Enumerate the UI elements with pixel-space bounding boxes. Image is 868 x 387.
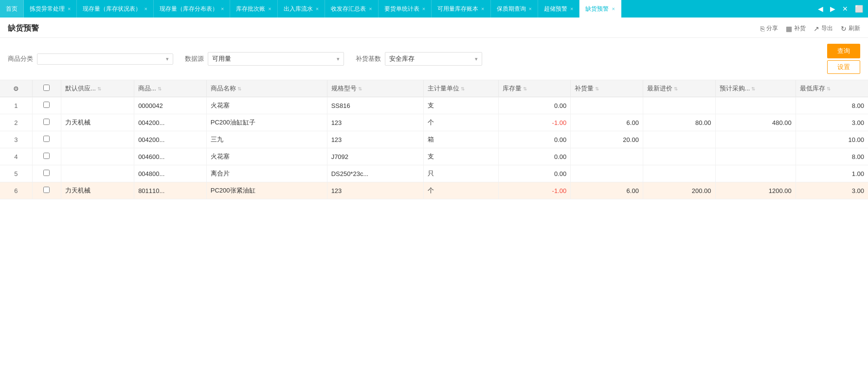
tab-close-shortage[interactable]: × <box>612 6 615 12</box>
gear-icon: ⚙ <box>13 85 19 92</box>
data-table: ⚙ 默认供应... ⇅ 商品... ⇅ <box>0 80 868 199</box>
row-spec: SS816 <box>327 97 423 114</box>
row-stock: -1.00 <box>498 182 571 199</box>
row-checkbox-cell <box>32 165 61 182</box>
tab-close-recv-summary[interactable]: × <box>369 6 372 12</box>
th-gear[interactable]: ⚙ <box>0 80 32 97</box>
replenish-button[interactable]: ▦ 补货 <box>786 24 806 33</box>
tab-close-batch-account[interactable]: × <box>268 6 271 12</box>
refresh-button[interactable]: ↻ 刷新 <box>841 24 860 33</box>
export-button[interactable]: ↗ 导出 <box>814 24 833 33</box>
table-row: 6 力天机械 801110... PC200张紧油缸 123 个 -1.00 6… <box>0 182 868 199</box>
tab-recv-summary[interactable]: 收发存汇总表 × <box>325 0 378 18</box>
th-replenish[interactable]: 补货量 ⇅ <box>571 80 643 97</box>
filter-category-group: 商品分类 ▾ <box>8 53 173 65</box>
tab-close-inventory-status[interactable]: × <box>144 6 147 12</box>
datasource-select[interactable]: 可用量 ▾ <box>208 52 344 66</box>
latest-price-sort-icon: ⇅ <box>674 86 678 91</box>
row-product-name: PC200张紧油缸 <box>206 182 327 199</box>
replenish-base-select[interactable]: 安全库存 ▾ <box>385 52 482 66</box>
row-checkbox[interactable] <box>43 102 50 108</box>
replenish-base-label: 补货基数 <box>356 54 381 63</box>
settings-button[interactable]: 设置 <box>827 60 860 74</box>
row-product-code: 0000042 <box>134 97 207 114</box>
row-replenish: 6.00 <box>571 114 643 131</box>
table-container: ⚙ 默认供应... ⇅ 商品... ⇅ <box>0 80 868 199</box>
category-select[interactable]: ▾ <box>37 53 173 65</box>
tab-close-expiry-query[interactable]: × <box>529 6 532 12</box>
th-min-stock[interactable]: 最低库存 ⇅ <box>796 80 868 97</box>
refresh-icon: ↻ <box>841 25 847 33</box>
filter-actions: 查询 设置 <box>827 44 860 74</box>
product-code-sort-icon: ⇅ <box>158 86 162 91</box>
tab-close-overstock[interactable]: × <box>570 6 573 12</box>
tab-close-available-ledger[interactable]: × <box>481 6 484 12</box>
tab-close-inventory-dist[interactable]: × <box>221 6 224 12</box>
datasource-value: 可用量 <box>212 54 231 63</box>
tab-close-all-btn[interactable]: ✕ <box>839 4 851 14</box>
row-product-code: 004600... <box>134 148 207 165</box>
th-product-name[interactable]: 商品名称 ⇅ <box>206 80 327 97</box>
row-latest-price <box>643 165 715 182</box>
tab-navigation: ◀ ▶ ✕ ⬜ <box>815 4 868 14</box>
query-button[interactable]: 查询 <box>827 44 860 58</box>
th-product-code[interactable]: 商品... ⇅ <box>134 80 207 97</box>
th-latest-price[interactable]: 最新进价 ⇅ <box>643 80 715 97</box>
row-est-purchase <box>715 131 796 148</box>
tab-requisition-stat[interactable]: 要货单统计表 × <box>379 0 432 18</box>
table-header-row: ⚙ 默认供应... ⇅ 商品... ⇅ <box>0 80 868 97</box>
row-supplier <box>61 148 134 165</box>
row-latest-price <box>643 148 715 165</box>
select-all-checkbox[interactable] <box>43 85 50 91</box>
tab-close-requisition-stat[interactable]: × <box>422 6 425 12</box>
tab-next-btn[interactable]: ▶ <box>827 4 838 14</box>
tab-abnormal[interactable]: 拣货异常处理 × <box>24 0 77 18</box>
row-checkbox[interactable] <box>43 136 50 142</box>
tab-expiry-query[interactable]: 保质期查询 × <box>491 0 538 18</box>
tab-expand-btn[interactable]: ⬜ <box>852 4 866 14</box>
row-checkbox[interactable] <box>43 119 50 125</box>
row-est-purchase: 1200.00 <box>715 182 796 199</box>
th-unit[interactable]: 主计量单位 ⇅ <box>423 80 498 97</box>
tab-close-inout-flow[interactable]: × <box>316 6 319 12</box>
row-product-name: 火花塞 <box>206 148 327 165</box>
row-checkbox[interactable] <box>43 170 50 176</box>
tab-prev-btn[interactable]: ◀ <box>815 4 826 14</box>
tab-available-ledger[interactable]: 可用量库存账本 × <box>432 0 490 18</box>
tab-overstock[interactable]: 超储预警 × <box>538 0 579 18</box>
row-unit: 支 <box>423 148 498 165</box>
stock-sort-icon: ⇅ <box>523 86 527 91</box>
row-replenish <box>571 97 643 114</box>
row-number: 2 <box>0 114 32 131</box>
th-supplier[interactable]: 默认供应... ⇅ <box>61 80 134 97</box>
row-product-name: PC200油缸缸子 <box>206 114 327 131</box>
row-latest-price <box>643 97 715 114</box>
export-icon: ↗ <box>814 25 819 33</box>
row-number: 4 <box>0 148 32 165</box>
row-checkbox[interactable] <box>43 187 50 193</box>
row-product-code: 801110... <box>134 182 207 199</box>
row-checkbox[interactable] <box>43 153 50 159</box>
tab-inventory-status[interactable]: 现存量（库存状况表） × <box>77 0 153 18</box>
tab-batch-account[interactable]: 库存批次账 × <box>230 0 277 18</box>
row-min-stock: 3.00 <box>796 114 868 131</box>
row-replenish <box>571 165 643 182</box>
row-min-stock: 8.00 <box>796 97 868 114</box>
tab-close-abnormal[interactable]: × <box>68 6 71 12</box>
tab-shortage[interactable]: 缺货预警 × <box>579 0 621 18</box>
th-spec[interactable]: 规格型号 ⇅ <box>327 80 423 97</box>
tab-inventory-dist[interactable]: 现存量（库存分布表） × <box>154 0 230 18</box>
row-unit: 个 <box>423 114 498 131</box>
tab-home[interactable]: 首页 <box>0 0 24 18</box>
row-supplier <box>61 131 134 148</box>
row-latest-price: 200.00 <box>643 182 715 199</box>
row-latest-price: 80.00 <box>643 114 715 131</box>
min-stock-sort-icon: ⇅ <box>827 86 831 91</box>
tab-inout-flow[interactable]: 出入库流水 × <box>278 0 325 18</box>
th-est-purchase[interactable]: 预计采购... ⇅ <box>715 80 796 97</box>
row-est-purchase <box>715 97 796 114</box>
share-button[interactable]: ⎘ 分享 <box>760 24 778 33</box>
th-stock[interactable]: 库存量 ⇅ <box>498 80 571 97</box>
supplier-sort-icon: ⇅ <box>97 86 101 91</box>
row-checkbox-cell <box>32 114 61 131</box>
